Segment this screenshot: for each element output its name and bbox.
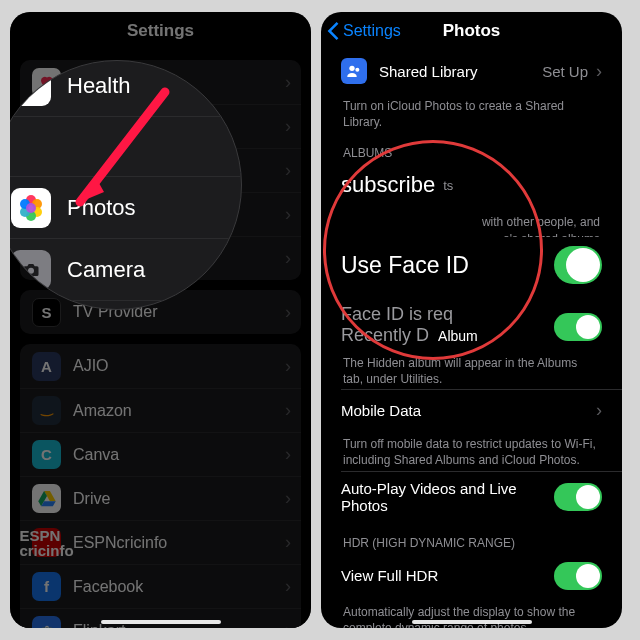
chevron-right-icon: › bbox=[285, 248, 291, 269]
overlay-text: Face ID is req bbox=[341, 304, 453, 325]
row-label: Use Face ID bbox=[341, 252, 554, 279]
settings-screen: Settings Health › › Photos › Camera › Ga… bbox=[10, 12, 311, 628]
row-ajio[interactable]: AAJIO› bbox=[20, 344, 301, 388]
canva-icon: C bbox=[32, 440, 61, 469]
chevron-right-icon: › bbox=[285, 400, 291, 421]
svg-point-5 bbox=[349, 66, 354, 71]
camera-icon bbox=[32, 200, 61, 229]
row-blank[interactable]: › bbox=[20, 104, 301, 148]
row-label: Facebook bbox=[73, 578, 143, 596]
tvprovider-icon: S bbox=[32, 298, 61, 327]
row-subtext: Turn on iCloud Photos to create a Shared… bbox=[321, 92, 622, 132]
chevron-right-icon: › bbox=[596, 400, 602, 421]
row-label: Drive bbox=[73, 490, 110, 508]
row-label: TV Provider bbox=[73, 303, 157, 321]
svg-point-6 bbox=[355, 68, 359, 72]
overlay-text: Recently D bbox=[341, 325, 429, 345]
chevron-right-icon: › bbox=[285, 204, 291, 225]
chevron-right-icon: › bbox=[285, 160, 291, 181]
row-autoplay[interactable]: Auto-Play Videos and Live Photos bbox=[321, 472, 622, 522]
chevron-right-icon: › bbox=[285, 356, 291, 377]
row-label: View Full HDR bbox=[341, 567, 554, 584]
row-shared-library[interactable]: Shared Library Set Up › bbox=[321, 50, 622, 92]
toggle-use-faceid[interactable] bbox=[554, 246, 602, 284]
row-drive[interactable]: Drive› bbox=[20, 476, 301, 520]
ajio-icon: A bbox=[32, 352, 61, 381]
gamecenter-icon bbox=[32, 244, 61, 273]
home-indicator[interactable] bbox=[412, 620, 532, 624]
overlay-faceid-sub: Face ID is req Recently D Album bbox=[321, 300, 622, 350]
chevron-right-icon: › bbox=[596, 61, 602, 82]
row-photos[interactable]: Photos › bbox=[20, 148, 301, 192]
chevron-right-icon: › bbox=[285, 488, 291, 509]
nav-bar: Settings bbox=[10, 12, 311, 50]
row-view-hdr[interactable]: View Full HDR bbox=[321, 554, 622, 598]
row-label: Mobile Data bbox=[341, 402, 594, 419]
nav-title: Settings bbox=[127, 21, 194, 41]
espn-icon: ESPNcricinfo bbox=[32, 528, 61, 557]
row-tvprovider[interactable]: S TV Provider › bbox=[20, 290, 301, 334]
chevron-right-icon: › bbox=[285, 620, 291, 628]
toggle-view-hdr[interactable] bbox=[554, 562, 602, 590]
chevron-right-icon: › bbox=[285, 302, 291, 323]
row-facebook[interactable]: fFacebook› bbox=[20, 564, 301, 608]
toggle-autoplay[interactable] bbox=[554, 483, 602, 511]
back-button[interactable]: Settings bbox=[327, 12, 401, 50]
row-value: Set Up bbox=[542, 63, 588, 80]
home-indicator[interactable] bbox=[101, 620, 221, 624]
flipkart-icon bbox=[32, 616, 61, 628]
shared-library-icon bbox=[341, 58, 367, 84]
row-subtext: Turn off mobile data to restrict updates… bbox=[321, 430, 622, 470]
chevron-right-icon: › bbox=[285, 532, 291, 553]
row-label: AJIO bbox=[73, 357, 109, 375]
settings-group-system: Health › › Photos › Camera › Game Center… bbox=[20, 60, 301, 280]
back-label: Settings bbox=[343, 22, 401, 40]
row-amazon[interactable]: Amazon› bbox=[20, 388, 301, 432]
section-header-hdr: HDR (HIGH DYNAMIC RANGE) bbox=[321, 522, 622, 554]
chevron-right-icon: › bbox=[285, 576, 291, 597]
row-camera[interactable]: Camera › bbox=[20, 192, 301, 236]
row-canva[interactable]: CCanva› bbox=[20, 432, 301, 476]
facebook-icon: f bbox=[32, 572, 61, 601]
drive-icon bbox=[32, 484, 61, 513]
row-label: Auto-Play Videos and Live Photos bbox=[341, 480, 554, 514]
row-use-faceid[interactable]: Use Face ID bbox=[321, 237, 622, 293]
overlay-subscribe: subscribe ts bbox=[321, 160, 622, 210]
amazon-icon bbox=[32, 396, 61, 425]
settings-group-apps: AAJIO› Amazon› CCanva› Drive› ESPNcricin… bbox=[20, 344, 301, 628]
overlay-tail: Album bbox=[438, 328, 478, 344]
overlay-text: subscribe bbox=[341, 172, 435, 198]
row-label: Game Center bbox=[73, 250, 169, 268]
health-icon bbox=[32, 68, 61, 97]
chevron-right-icon: › bbox=[285, 116, 291, 137]
row-flipkart[interactable]: Flipkart› bbox=[20, 608, 301, 628]
blank-icon bbox=[32, 112, 61, 141]
nav-title: Photos bbox=[443, 21, 501, 41]
row-label: Photos bbox=[73, 162, 123, 180]
row-label: Shared Library bbox=[379, 63, 542, 80]
row-gamecenter[interactable]: Game Center › bbox=[20, 236, 301, 280]
row-label: Health bbox=[73, 73, 119, 91]
row-label: Amazon bbox=[73, 402, 132, 420]
overlay-tail: ts bbox=[443, 178, 453, 193]
row-label: Camera bbox=[73, 206, 130, 224]
row-mobile-data[interactable]: Mobile Data › bbox=[321, 390, 622, 430]
nav-bar: Settings Photos bbox=[321, 12, 622, 50]
row-subtext: The Hidden album will appear in the Albu… bbox=[321, 349, 622, 389]
photos-settings-screen: Settings Photos Shared Library Set Up › … bbox=[321, 12, 622, 628]
chevron-right-icon: › bbox=[285, 444, 291, 465]
row-health[interactable]: Health › bbox=[20, 60, 301, 104]
row-label: ESPNcricinfo bbox=[73, 534, 167, 552]
settings-group-tv: S TV Provider › bbox=[20, 290, 301, 334]
photos-icon bbox=[32, 156, 61, 185]
chevron-right-icon: › bbox=[285, 72, 291, 93]
row-espn[interactable]: ESPNcricinfoESPNcricinfo› bbox=[20, 520, 301, 564]
row-label: Canva bbox=[73, 446, 119, 464]
